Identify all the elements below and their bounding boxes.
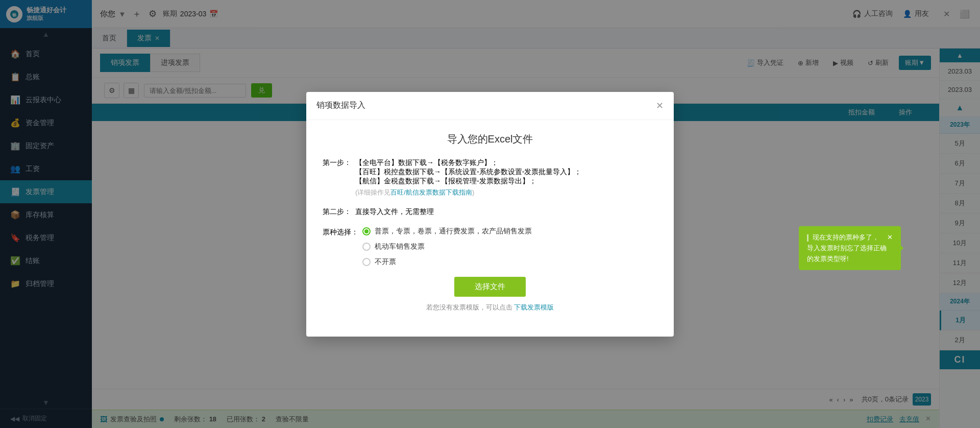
step1-section: 第一步： 【全电平台】数据下载→【税务数字账户】； 【百旺】税控盘数据下载→【系… <box>323 158 657 197</box>
step1-line1: 【全电平台】数据下载→【税务数字账户】； <box>355 158 581 168</box>
radio-label-3: 不开票 <box>375 257 396 267</box>
select-file-btn[interactable]: 选择文件 <box>454 277 526 297</box>
radio-option-1[interactable]: 普票，专票，卷票，通行费发票，农产品销售发票 <box>362 227 532 236</box>
radio-circle-2 <box>362 243 371 251</box>
step1-content: 【全电平台】数据下载→【税务数字账户】； 【百旺】税控盘数据下载→【系统设置-系… <box>355 158 581 197</box>
radio-section: 票种选择： 普票，专票，卷票，通行费发票，农产品销售发票 机动车销售发票 不开票 <box>323 227 657 267</box>
download-template-link[interactable]: 下载发票模版 <box>514 303 554 311</box>
radio-label: 票种选择： <box>323 227 358 237</box>
modal-main-title: 导入您的Excel文件 <box>323 132 657 146</box>
radio-option-2[interactable]: 机动车销售发票 <box>362 242 532 251</box>
radio-group: 普票，专票，卷票，通行费发票，农产品销售发票 机动车销售发票 不开票 <box>362 227 532 267</box>
step2-section: 第二步： 直接导入文件，无需整理 <box>323 207 657 217</box>
step1-row: 第一步： 【全电平台】数据下载→【税务数字账户】； 【百旺】税控盘数据下载→【系… <box>323 158 657 197</box>
download-note: 若您没有发票模版，可以点击 <box>426 303 512 311</box>
tooltip-bar <box>807 234 808 241</box>
step1-line3: 【航信】金税盘数据下载→【报税管理-发票数据导出】； <box>355 177 581 186</box>
radio-option-3[interactable]: 不开票 <box>362 257 532 267</box>
modal-close-btn[interactable]: ✕ <box>656 100 664 111</box>
tooltip-text: 现在支持的票种多了，导入发票时别忘了选择正确的发票类型呀! <box>807 233 887 263</box>
guide-link[interactable]: 百旺/航信发票数据下载指南 <box>390 188 472 196</box>
step1-label: 第一步： <box>323 158 351 168</box>
modal-overlay: 销项数据导入 ✕ 导入您的Excel文件 第一步： 【全电平台】数据下载→【税务… <box>0 0 980 428</box>
modal-body: 导入您的Excel文件 第一步： 【全电平台】数据下载→【税务数字账户】； 【百… <box>306 120 674 337</box>
tooltip-close-btn[interactable]: ✕ <box>887 232 893 243</box>
tooltip-bubble: ✕ 现在支持的票种多了，导入发票时别忘了选择正确的发票类型呀! <box>799 226 901 270</box>
step1-line2: 【百旺】税控盘数据下载→【系统设置-系统参数设置-发票批量导入】； <box>355 168 581 177</box>
step2-label: 第二步： <box>323 207 351 217</box>
step1-note: (详细操作见百旺/航信发票数据下载指南) <box>355 188 581 197</box>
import-modal: 销项数据导入 ✕ 导入您的Excel文件 第一步： 【全电平台】数据下载→【税务… <box>306 92 674 337</box>
radio-circle-3 <box>362 258 371 266</box>
select-file-section: 选择文件 <box>323 277 657 297</box>
radio-label-1: 普票，专票，卷票，通行费发票，农产品销售发票 <box>375 227 532 236</box>
step2-row: 第二步： 直接导入文件，无需整理 <box>323 207 657 217</box>
modal-title: 销项数据导入 <box>316 100 365 111</box>
modal-header: 销项数据导入 ✕ <box>306 92 674 120</box>
radio-label-2: 机动车销售发票 <box>375 242 425 251</box>
download-section: 若您没有发票模版，可以点击 下载发票模版 <box>323 303 657 320</box>
step2-content: 直接导入文件，无需整理 <box>355 207 434 217</box>
radio-circle-1 <box>362 227 371 235</box>
